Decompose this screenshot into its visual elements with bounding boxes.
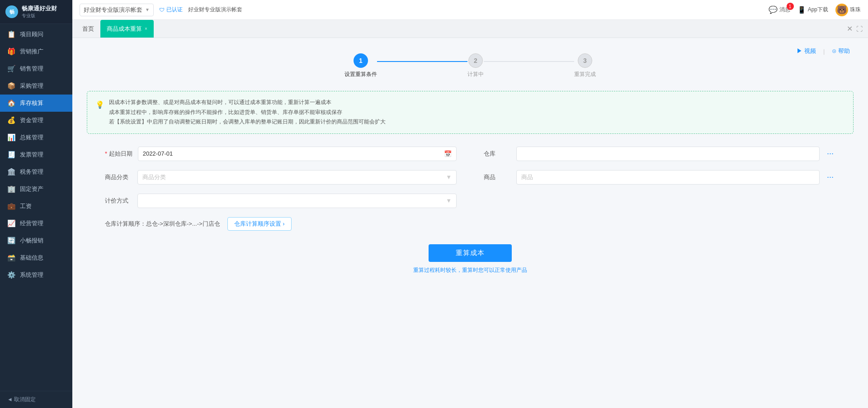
finance-icon: 💰 (7, 116, 15, 124)
user-profile-button[interactable]: 🐻 珠珠 (835, 4, 861, 16)
category-placeholder: 商品分类 (142, 173, 166, 181)
sidebar-item-operations[interactable]: 📈 经营管理 (0, 215, 72, 232)
step-3-label: 重算完成 (574, 71, 596, 78)
warehouse-dots-button[interactable]: ··· (825, 149, 835, 158)
sidebar-item-inventory[interactable]: 🏠 库存核算 (0, 95, 72, 112)
step-2: 2 计算中 (467, 53, 484, 78)
messages-button[interactable]: 💬 消息 1 (769, 5, 790, 14)
sidebar-item-payroll[interactable]: 💼 工资 (0, 198, 72, 215)
close-window-icon[interactable]: ✕ (847, 24, 853, 33)
step-1-label: 设置重算条件 (344, 71, 377, 78)
account-selector[interactable]: 好业财专业版演示帐套 ▼ (80, 4, 154, 16)
sidebar: 畅 畅康通好业财 专业版 📋 项目顾问 🎁 营销推广 🛒 销售管理 📦 采购管理… (0, 0, 72, 408)
sidebar-item-label: 基础信息 (20, 254, 43, 262)
gift-icon: 🎁 (7, 47, 15, 56)
sidebar-item-marketing[interactable]: 🎁 营销推广 (0, 43, 72, 60)
video-link[interactable]: ▶ 视频 (797, 47, 816, 55)
info-text: 因成本计算参数调整、或是对商品成本有疑问时，可以通过成本重算功能，重新计算一遍成… (109, 98, 386, 127)
avatar: 🐻 (835, 4, 848, 16)
warehouse-order-settings-button[interactable]: 仓库计算顺序设置 › (227, 217, 292, 231)
form-row-1: 起始日期 2022-07-01 📅 仓库 ··· (105, 147, 835, 161)
sidebar-item-label: 税务管理 (20, 168, 43, 176)
start-date-input[interactable]: 2022-07-01 📅 (138, 147, 457, 161)
sidebar-item-assets[interactable]: 🏢 固定资产 (0, 180, 72, 198)
tab-home[interactable]: 首页 (76, 20, 100, 38)
assets-icon: 🏢 (7, 185, 15, 193)
content-area: ▶ 视频 | ⊙ 帮助 1 设置重算条件 2 计算中 3 (72, 38, 868, 408)
sidebar-item-label: 库存核算 (20, 99, 43, 107)
sidebar-item-basic[interactable]: 🗃️ 基础信息 (0, 249, 72, 266)
category-select[interactable]: 商品分类 ▼ (137, 170, 457, 185)
expand-window-icon[interactable]: ⛶ (856, 25, 863, 33)
project-icon: 📋 (7, 30, 15, 38)
step-2-label: 计算中 (467, 71, 484, 78)
account-name: 好业财专业版演示帐套 (84, 6, 142, 14)
pricing-field: 计价方式 ▼ (105, 194, 457, 208)
goods-field: 商品 商品 ··· (484, 170, 835, 185)
tab-close-icon[interactable]: × (145, 26, 147, 31)
sidebar-item-accounting[interactable]: 📊 总账管理 (0, 129, 72, 146)
app-download-button[interactable]: 📱 App下载 (797, 6, 828, 14)
form-row-3: 计价方式 ▼ (105, 194, 835, 208)
sidebar-item-expenses[interactable]: 🔄 小畅报销 (0, 232, 72, 249)
sidebar-item-tax[interactable]: 🏛️ 税务管理 (0, 163, 72, 180)
submit-hint: 重算过程耗时较长，重算时您可以正常使用产品 (413, 266, 527, 274)
sidebar-header: 畅 畅康通好业财 专业版 (0, 0, 72, 24)
sidebar-item-label: 营销推广 (20, 47, 43, 56)
sidebar-item-label: 固定资产 (20, 185, 43, 193)
sidebar-item-finance[interactable]: 💰 资金管理 (0, 112, 72, 129)
goods-placeholder: 商品 (521, 173, 533, 181)
pricing-select[interactable]: ▼ (137, 194, 457, 208)
sidebar-item-sales[interactable]: 🛒 销售管理 (0, 60, 72, 77)
sales-icon: 🛒 (7, 65, 15, 73)
topbar: 好业财专业版演示帐套 ▼ 🛡 已认证 好业财专业版演示帐套 💬 消息 1 📱 A… (72, 0, 868, 20)
payroll-icon: 💼 (7, 202, 15, 210)
sidebar-item-label: 销售管理 (20, 65, 43, 73)
info-line-3: 若【系统设置】中启用了自动调整记账日期时，会调整入库单的整单记账日期，因此重新计… (109, 117, 386, 127)
goods-input[interactable]: 商品 (516, 170, 820, 185)
verified-badge: 🛡 已认证 (159, 6, 183, 14)
sidebar-item-system[interactable]: ⚙️ 系统管理 (0, 266, 72, 284)
chat-icon: 💬 (769, 5, 778, 14)
start-date-label: 起始日期 (105, 150, 132, 158)
expenses-icon: 🔄 (7, 237, 15, 245)
warehouse-field: 仓库 ··· (484, 147, 835, 161)
calendar-icon: 📅 (444, 150, 452, 157)
tab-cost-recalc[interactable]: 商品成本重算 × (100, 20, 154, 38)
help-link[interactable]: ⊙ 帮助 (832, 47, 850, 55)
app-logo: 畅 (5, 5, 18, 18)
category-chevron-icon: ▼ (446, 174, 452, 180)
basic-icon: 🗃️ (7, 254, 15, 262)
messages-badge: 1 (787, 3, 794, 10)
step-line-1 (377, 61, 467, 62)
sidebar-item-project[interactable]: 📋 项目顾问 (0, 26, 72, 43)
phone-icon: 📱 (797, 6, 806, 14)
form-row-2: 商品分类 商品分类 ▼ 商品 商品 ··· (105, 170, 835, 185)
system-icon: ⚙️ (7, 271, 15, 279)
cost-recalc-tab-label: 商品成本重算 (107, 25, 142, 33)
goods-label: 商品 (484, 173, 511, 181)
accounting-icon: 📊 (7, 133, 15, 142)
account-display-name: 好业财专业版演示帐套 (188, 6, 242, 14)
app-title: 畅康通好业财 (22, 5, 57, 13)
sidebar-item-label: 经营管理 (20, 219, 43, 228)
sidebar-item-label: 小畅报销 (20, 237, 43, 245)
sidebar-item-label: 资金管理 (20, 116, 43, 124)
warehouse-order-label: 仓库计算顺序：总仓->深圳仓库->...->门店仓 (105, 220, 220, 228)
sidebar-item-label: 采购管理 (20, 82, 43, 90)
home-tab-label: 首页 (82, 25, 94, 33)
sidebar-item-invoice[interactable]: 🧾 发票管理 (0, 146, 72, 163)
verified-label: 已认证 (166, 6, 183, 14)
sidebar-nav: 📋 项目顾问 🎁 营销推广 🛒 销售管理 📦 采购管理 🏠 库存核算 💰 资金管… (0, 24, 72, 391)
warehouse-input[interactable] (516, 147, 820, 161)
goods-dots-button[interactable]: ··· (825, 172, 835, 182)
sidebar-pin-button[interactable]: ◄ 取消固定 (0, 391, 72, 408)
step-2-circle: 2 (468, 53, 483, 68)
step-3: 3 重算完成 (574, 53, 596, 78)
sidebar-item-label: 工资 (20, 202, 32, 210)
recalculate-button[interactable]: 重算成本 (429, 244, 512, 262)
sidebar-item-purchase[interactable]: 📦 采购管理 (0, 77, 72, 95)
app-download-label: App下载 (808, 6, 828, 14)
warehouse-order-row: 仓库计算顺序：总仓->深圳仓库->...->门店仓 仓库计算顺序设置 › (105, 217, 835, 231)
info-line-2: 成本重算过程中，影响库存账的操作均不能操作，比如进货单、销货单、库存单据不能审核… (109, 108, 386, 118)
